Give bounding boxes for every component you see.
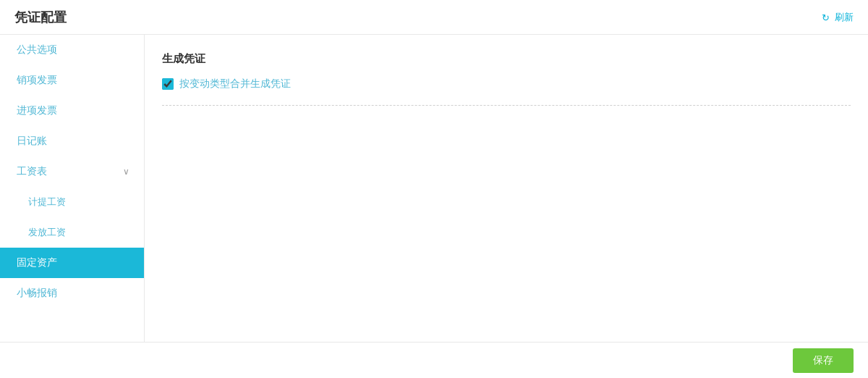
sidebar-item-fixed-assets[interactable]: 固定资产 [0, 248, 144, 278]
sidebar-item-purchase-invoice[interactable]: 进项发票 [0, 96, 144, 126]
section-divider [162, 105, 851, 106]
page-footer: 保存 [0, 342, 868, 378]
sidebar-item-label: 进项发票 [17, 104, 57, 117]
sidebar-item-label: 小畅报销 [17, 287, 57, 300]
sidebar-item-label: 工资表 [17, 165, 47, 178]
sidebar-item-label: 固定资产 [17, 256, 57, 269]
refresh-label: 刷新 [835, 11, 854, 24]
sidebar-item-payroll-calc[interactable]: 计提工资 [0, 187, 144, 217]
chevron-down-icon: ∨ [123, 167, 129, 177]
save-button[interactable]: 保存 [793, 348, 854, 373]
sidebar-item-sales-invoice[interactable]: 销项发票 [0, 65, 144, 96]
checkbox-row: 按变动类型合并生成凭证 [162, 77, 851, 91]
section-title: 生成凭证 [162, 52, 851, 66]
sidebar-item-label: 销项发票 [17, 74, 57, 87]
page-header: 凭证配置 ↻ 刷新 [0, 0, 868, 35]
main-content: 生成凭证 按变动类型合并生成凭证 [145, 35, 868, 342]
sidebar-item-label: 发放工资 [28, 226, 66, 239]
page-title: 凭证配置 [14, 9, 67, 26]
refresh-icon: ↻ [822, 12, 832, 22]
merge-checkbox-label[interactable]: 按变动类型合并生成凭证 [179, 77, 291, 91]
sidebar-item-payroll-pay[interactable]: 发放工资 [0, 217, 144, 248]
sidebar-item-payroll[interactable]: 工资表∨ [0, 156, 144, 187]
refresh-button[interactable]: ↻ 刷新 [822, 11, 854, 24]
page-wrapper: 凭证配置 ↻ 刷新 公共选项销项发票进项发票日记账工资表∨计提工资发放工资固定资… [0, 0, 868, 378]
sidebar-item-journal[interactable]: 日记账 [0, 126, 144, 156]
sidebar-item-label: 公共选项 [17, 43, 57, 56]
sidebar-item-label: 日记账 [17, 135, 47, 148]
sidebar-item-public[interactable]: 公共选项 [0, 35, 144, 65]
sidebar: 公共选项销项发票进项发票日记账工资表∨计提工资发放工资固定资产小畅报销 [0, 35, 145, 342]
merge-checkbox[interactable] [162, 78, 174, 90]
page-body: 公共选项销项发票进项发票日记账工资表∨计提工资发放工资固定资产小畅报销 生成凭证… [0, 35, 868, 342]
sidebar-item-label: 计提工资 [28, 196, 66, 209]
sidebar-item-expense[interactable]: 小畅报销 [0, 278, 144, 308]
